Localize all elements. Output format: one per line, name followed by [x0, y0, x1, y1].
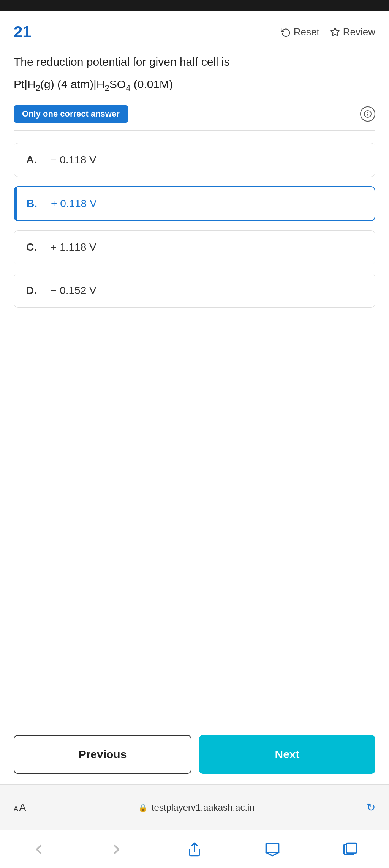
font-size-control[interactable]: A A [14, 802, 26, 814]
reset-button[interactable]: Reset [281, 26, 319, 38]
divider [14, 130, 375, 131]
share-button[interactable] [179, 838, 210, 861]
lock-icon: 🔒 [138, 803, 148, 812]
option-B-text: + 0.118 V [51, 198, 362, 210]
forward-button[interactable] [101, 838, 132, 861]
header-row: 21 Reset Review [14, 23, 375, 41]
option-B-label: B. [27, 198, 42, 210]
next-button[interactable]: Next [199, 735, 375, 774]
option-B[interactable]: B. + 0.118 V [14, 186, 375, 221]
info-icon[interactable] [360, 106, 375, 122]
status-bar [0, 0, 389, 11]
url-text: testplayerv1.aakash.ac.in [152, 802, 255, 813]
reload-icon[interactable]: ↻ [367, 801, 375, 814]
previous-button[interactable]: Previous [14, 735, 191, 774]
option-A[interactable]: A. − 0.118 V [14, 143, 375, 177]
browser-url-bar[interactable]: 🔒 testplayerv1.aakash.ac.in [34, 802, 359, 813]
tabs-button[interactable] [335, 838, 365, 861]
reset-icon [281, 27, 291, 37]
font-size-large: A [19, 802, 26, 814]
question-text: The reduction potential for given half c… [14, 53, 375, 70]
bookmarks-button[interactable] [257, 838, 288, 861]
options-list: A. − 0.118 V B. + 0.118 V C. + 1.118 V D… [14, 143, 375, 308]
spacer [0, 520, 389, 725]
svg-marker-0 [331, 28, 339, 36]
option-A-label: A. [26, 154, 41, 166]
question-formula: Pt|H2(g) (4 atm)|H2SO4 (0.01M) [14, 78, 375, 93]
option-D-label: D. [26, 285, 41, 297]
option-D[interactable]: D. − 0.152 V [14, 274, 375, 308]
font-size-small: A [14, 805, 18, 813]
question-number: 21 [14, 23, 32, 41]
svg-rect-6 [346, 843, 357, 853]
option-D-text: − 0.152 V [51, 285, 363, 297]
review-button[interactable]: Review [330, 26, 375, 38]
answer-type-badge: Only one correct answer [14, 105, 128, 123]
option-C-text: + 1.118 V [51, 241, 363, 253]
header-actions: Reset Review [281, 26, 375, 38]
option-C-label: C. [26, 241, 41, 253]
browser-bar: A A 🔒 testplayerv1.aakash.ac.in ↻ [0, 784, 389, 830]
bottom-nav [0, 830, 389, 868]
back-button[interactable] [24, 838, 54, 861]
star-icon [330, 27, 340, 37]
main-content: 21 Reset Review The reduction potential … [0, 11, 389, 520]
answer-type-row: Only one correct answer [14, 105, 375, 123]
option-A-text: − 0.118 V [51, 154, 363, 166]
option-C[interactable]: C. + 1.118 V [14, 230, 375, 264]
nav-buttons: Previous Next [0, 724, 389, 784]
